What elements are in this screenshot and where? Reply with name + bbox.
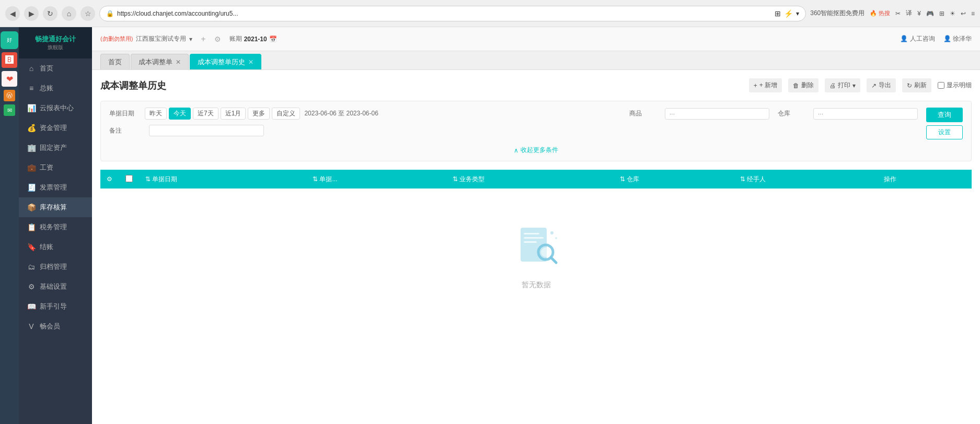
consultant-btn[interactable]: 👤 人工咨询 — [900, 34, 935, 43]
date-filter-label: 单据日期 — [109, 109, 141, 118]
th-warehouse[interactable]: ⇅ 仓库 — [614, 170, 734, 189]
sidebar-item-guide[interactable]: 📖新手引导 — [19, 297, 92, 316]
date-btn-more[interactable]: 更多 — [248, 108, 270, 120]
sidebar-menu: ⌂首页≡总账📊云报表中心💰资金管理🏢固定资产💼工资🧾发票管理📦库存核算📋税务管理… — [19, 58, 92, 424]
company-dropdown-icon: ▾ — [189, 36, 192, 43]
undo-icon[interactable]: ↩ — [961, 10, 966, 17]
warehouse-select[interactable]: ··· — [813, 108, 918, 120]
tab-label-home: 首页 — [108, 57, 122, 67]
th-date-label: ⇅ — [145, 175, 151, 183]
query-btn[interactable]: 查询 — [926, 108, 963, 122]
refresh-button[interactable]: ↻ — [43, 6, 57, 21]
svg-rect-3 — [524, 241, 537, 243]
date-btn-yesterday[interactable]: 昨天 — [145, 108, 167, 120]
sidebar-item-archive[interactable]: 🗂归档管理 — [19, 257, 92, 277]
sidebar-label-vip: 畅会员 — [40, 322, 60, 331]
date-btn-1month[interactable]: 近1月 — [221, 108, 246, 120]
user-info[interactable]: 👤 徐泽华 — [943, 34, 972, 43]
company-name: 江西服宝测试专用 — [136, 34, 186, 43]
sidebar-item-inventory[interactable]: 📦库存核算 — [19, 197, 92, 217]
sidebar-icon-salary: 💼 — [27, 163, 36, 172]
tab-cost-adjust[interactable]: 成本调整单✕ — [131, 54, 189, 69]
sidebar-item-home[interactable]: ⌂首页 — [19, 58, 92, 78]
lightning-icon: ⚡ — [784, 9, 793, 18]
sidebar-label-guide: 新手引导 — [40, 302, 67, 311]
th-date[interactable]: ⇅ 单据日期 — [139, 170, 306, 189]
currency-icon[interactable]: ¥ — [917, 10, 921, 17]
translate-icon[interactable]: 译 — [906, 9, 912, 18]
period-selector[interactable]: 账期 2021-10 📅 — [229, 34, 277, 43]
print-dropdown-icon: ▾ — [852, 82, 856, 89]
sidebar-logo: 畅捷通好会计 旗舰版 — [19, 27, 92, 58]
setup-btn[interactable]: 设置 — [926, 125, 963, 139]
sidebar-item-vip[interactable]: V畅会员 — [19, 316, 92, 336]
icon-bar-item3[interactable]: ✉ — [4, 104, 15, 116]
sidebar-item-fixed-assets[interactable]: 🏢固定资产 — [19, 138, 92, 158]
display-checkbox[interactable] — [938, 82, 944, 89]
tab-close-cost-adjust[interactable]: ✕ — [176, 58, 181, 66]
sidebar-icon-guide: 📖 — [27, 302, 36, 311]
delete-btn[interactable]: 🗑 删除 — [788, 78, 818, 92]
sidebar-item-reports[interactable]: 📊云报表中心 — [19, 98, 92, 118]
sidebar-item-funds[interactable]: 💰资金管理 — [19, 118, 92, 138]
sidebar-item-ledger[interactable]: ≡总账 — [19, 78, 92, 98]
sidebar-item-settings[interactable]: ⚙基础设置 — [19, 277, 92, 297]
th-action: 操作 — [878, 170, 972, 189]
cut-icon[interactable]: ✂ — [895, 10, 901, 17]
sidebar-item-invoice[interactable]: 🧾发票管理 — [19, 178, 92, 197]
date-btn-today[interactable]: 今天 — [169, 108, 191, 120]
new-btn[interactable]: + + 新增 — [749, 78, 782, 92]
lock-icon: 🔒 — [106, 10, 114, 17]
sidebar-item-salary[interactable]: 💼工资 — [19, 158, 92, 178]
icon-bar-item1[interactable]: ❤ — [2, 71, 17, 87]
date-btn-custom[interactable]: 自定义 — [272, 108, 300, 120]
remark-input[interactable] — [149, 125, 264, 136]
th-handler[interactable]: ⇅ 经手人 — [734, 170, 878, 189]
refresh-btn[interactable]: ↻ 刷新 — [902, 78, 931, 92]
new-icon: + — [754, 82, 757, 89]
date-btn-7days[interactable]: 近7天 — [193, 108, 218, 120]
home-button[interactable]: ⌂ — [62, 6, 76, 21]
grid-icon: ⊞ — [775, 9, 781, 18]
settings-icon[interactable]: ⚙ — [214, 35, 221, 43]
tab-close-cost-adjust-history[interactable]: ✕ — [248, 58, 253, 66]
tab-cost-adjust-history[interactable]: 成本调整单历史✕ — [190, 54, 261, 69]
date-range: 2023-06-06 至 2023-06-06 — [304, 109, 378, 118]
forward-button[interactable]: ▶ — [24, 6, 39, 21]
th-number[interactable]: ⇅ 单据... — [306, 170, 446, 189]
filter-row-1: 单据日期 昨天今天近7天近1月更多自定义 2023-06-06 至 2023-0… — [109, 108, 918, 120]
export-btn[interactable]: ↗ 导出 — [867, 78, 896, 92]
back-button[interactable]: ◀ — [5, 6, 20, 21]
tab-home[interactable]: 首页 — [100, 54, 130, 69]
add-company-btn[interactable]: + — [201, 34, 205, 44]
sidebar-item-closing[interactable]: 🔖结账 — [19, 237, 92, 257]
star-button[interactable]: ☆ — [80, 6, 95, 21]
collapse-btn[interactable]: ∧ 收起更多条件 — [514, 146, 558, 155]
th-checkbox[interactable] — [119, 170, 139, 189]
print-btn[interactable]: 🖨 打印 ▾ — [825, 78, 860, 92]
svg-rect-2 — [524, 237, 544, 239]
address-bar[interactable]: 🔒 https://cloud.chanjet.com/accounting/u… — [99, 6, 806, 21]
windows-icon[interactable]: ⊞ — [939, 10, 944, 17]
browser-toolbar: 360智能抠图免费用 🔥 热搜 ✂ 译 ¥ 🎮 ⊞ ☀ ↩ ≡ — [810, 9, 975, 18]
icon-bar: 好 🅱 ❤ Ⓦ ✉ — [0, 27, 19, 424]
menu-icon[interactable]: ≡ — [971, 10, 975, 17]
th-settings[interactable]: ⚙ — [100, 170, 119, 189]
sidebar-item-tax[interactable]: 📋税务管理 — [19, 217, 92, 237]
sun-icon[interactable]: ☀ — [950, 10, 955, 17]
filter-row-2: 备注 — [109, 125, 918, 136]
th-biztype[interactable]: ⇅ 业务类型 — [446, 170, 614, 189]
sidebar-icon-reports: 📊 — [27, 104, 36, 112]
game-icon[interactable]: 🎮 — [926, 10, 934, 17]
icon-bar-item2[interactable]: Ⓦ — [4, 90, 15, 101]
settings-icon[interactable]: ⚙ — [107, 175, 112, 183]
th-biztype-sort: ⇅ — [453, 175, 458, 183]
print-icon: 🖨 — [829, 82, 836, 89]
sidebar-label-tax: 税务管理 — [40, 222, 67, 232]
page-actions: + + 新增 🗑 删除 🖨 打印 ▾ ↗ 导出 — [749, 78, 972, 92]
product-select[interactable]: ··· — [665, 108, 769, 120]
display-toggle[interactable]: 显示明细 — [938, 81, 972, 90]
company-selector[interactable]: (勿删勿禁用) 江西服宝测试专用 ▾ — [100, 34, 192, 43]
refresh-icon: ↻ — [907, 82, 912, 89]
select-all-checkbox[interactable] — [125, 175, 133, 182]
